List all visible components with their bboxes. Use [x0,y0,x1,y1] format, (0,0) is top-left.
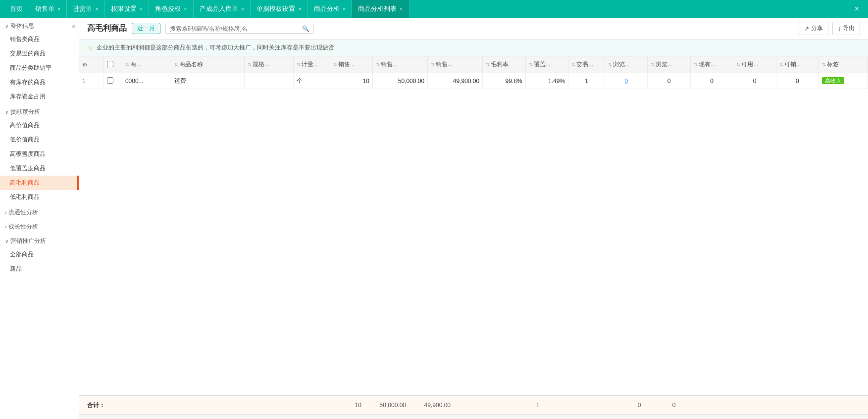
sidebar-item-all-goods[interactable]: 全部商品 [0,247,79,262]
col-label-unit: 计量... [302,60,318,69]
cell-name: 运费 [171,73,244,89]
close-window-button[interactable]: × [850,4,864,13]
footer-cell-6: 10 [330,402,364,409]
close-tab-template[interactable]: × [298,6,301,12]
footer-cell-1 [147,402,161,409]
nav-tab-permission[interactable]: 权限设置× [105,0,149,18]
group-label: 整体信息 [10,22,34,30]
nav-tab-template[interactable]: 单据模板设置× [251,0,307,18]
col-header-sellable[interactable]: ⇅可销... [776,56,818,73]
close-tab-permission[interactable]: × [140,6,143,12]
sidebar-item-new-goods[interactable]: 新品 [0,262,79,276]
sidebar-item-stock-fund[interactable]: 库存资金占用 [0,90,79,104]
nav-tab-analysis-list[interactable]: 商品分析列表× [352,0,409,18]
col-header-trade[interactable]: ⇅交易... [568,56,605,73]
footer-cell-14: 0 [622,402,657,409]
col-header-sales3[interactable]: ⇅销售... [428,56,483,73]
share-icon: ↗ [804,25,809,32]
select-all-checkbox[interactable] [107,61,113,67]
col-label-trade: 交易... [576,60,593,69]
col-header-unit[interactable]: ⇅计量... [293,56,330,73]
sidebar-group-liquidity[interactable]: ›流通性分析 [0,204,79,219]
search-icon[interactable]: 🔍 [302,25,309,32]
sidebar-item-high-gross[interactable]: 高毛利商品 [0,176,79,190]
col-sort-icon: ⇅ [376,62,380,67]
arrow-icon: ∨ [5,238,8,244]
sidebar-item-sales-goods[interactable]: 销售类商品 [0,32,79,47]
col-label-tag: 标签 [827,60,839,69]
col-header-browse2[interactable]: ⇅浏览... [648,56,690,73]
sidebar-item-category-rate[interactable]: 商品分类助销率 [0,61,79,75]
col-sort-icon: ⇅ [651,62,655,67]
col-header-sales1[interactable]: ⇅销售... [330,56,372,73]
footer-cell-8: 49,900.00 [409,402,454,409]
sidebar-group-contribution[interactable]: ∨贡献度分析 [0,104,79,118]
sidebar-group-marketing[interactable]: ∨营销推广分析 [0,233,79,247]
nav-tab-sales[interactable]: 销售单× [29,0,67,18]
col-header-cb[interactable] [103,56,122,73]
sidebar-group-overall[interactable]: ∨整体信息 [0,18,79,32]
col-header-avail[interactable]: ⇅可用... [733,56,776,73]
sidebar-item-low-gross[interactable]: 低毛利商品 [0,190,79,204]
search-input[interactable] [170,25,302,32]
footer-cell-4 [260,402,300,409]
filter-period-button[interactable]: 近一月 [132,23,160,34]
col-label-browse2: 浏览... [656,60,672,69]
col-header-spec[interactable]: ⇅规格... [244,56,293,73]
content-header: 高毛利商品 近一月 🔍 ↗ 分享 ↓ 导出 [79,18,868,40]
col-sort-icon: ⇅ [529,62,533,67]
col-label-spec: 规格... [253,60,269,69]
sidebar-item-low-value[interactable]: 低价值商品 [0,133,79,147]
sidebar-item-high-value[interactable]: 高价值商品 [0,118,79,133]
close-tab-product-in[interactable]: × [241,6,244,12]
cell-code: 0000... [122,73,171,89]
col-header-code[interactable]: ⇅商... [122,56,171,73]
cell-spec [244,73,293,89]
col-header-browse1[interactable]: ⇅浏览... [605,56,648,73]
footer-cell-16 [691,402,726,409]
browse-link[interactable]: 0 [624,78,628,85]
footer-cell-7: 50,000.00 [364,402,409,409]
col-header-name[interactable]: ⇅商品名称 [171,56,244,73]
bottom-scrollbar[interactable] [79,414,868,419]
table-container[interactable]: ⚙⇅商...⇅商品名称⇅规格...⇅计量...⇅销售...⇅销售...⇅销售..… [79,56,868,395]
col-sort-icon: ⇅ [608,62,612,67]
info-banner: ☆ 企业的主要的利润都是这部分商品创造的，可考虑加大推广，同时关注库存是不要出现… [79,40,868,56]
close-tab-analysis[interactable]: × [343,6,346,12]
sidebar-group-growth[interactable]: ›成长性分析 [0,219,79,233]
col-label-avail: 可用... [741,60,758,69]
col-header-current[interactable]: ⇅现有... [690,56,733,73]
group-label: 营销推广分析 [10,237,46,245]
col-label-grossRate: 毛利率 [491,60,509,69]
cell-sellable: 0 [776,73,818,89]
nav-tab-role[interactable]: 角色授权× [149,0,193,18]
settings-icon[interactable]: ⚙ [82,61,88,68]
nav-tab-purchase[interactable]: 进货单× [67,0,104,18]
nav-tab-product-in[interactable]: 产成品入库单× [194,0,251,18]
export-button[interactable]: ↓ 导出 [832,22,860,35]
close-tab-sales[interactable]: × [57,6,60,12]
sidebar-item-traded-goods[interactable]: 交易过的商品 [0,47,79,61]
close-tab-analysis-list[interactable]: × [400,6,403,12]
cell-browse1: 0 [605,73,648,89]
close-tab-purchase[interactable]: × [95,6,98,12]
page-title: 高毛利商品 [87,23,127,34]
col-label-name: 商品名称 [179,60,203,69]
main-layout: « ∨整体信息销售类商品交易过的商品商品分类助销率有库存的商品库存资金占用∨贡献… [0,18,868,419]
sidebar-collapse-button[interactable]: « [72,22,76,30]
nav-tab-analysis[interactable]: 商品分析× [308,0,352,18]
col-header-tag[interactable]: ⇅标签 [819,56,868,73]
col-header-grossRate[interactable]: ⇅毛利率 [483,56,525,73]
sidebar-item-in-stock[interactable]: 有库存的商品 [0,75,79,90]
col-header-coverage[interactable]: ⇅覆盖... [525,56,568,73]
close-tab-role[interactable]: × [184,6,187,12]
col-label-sales2: 销售... [381,60,398,69]
sidebar-item-low-coverage[interactable]: 低覆盖度商品 [0,161,79,176]
col-header-sales2[interactable]: ⇅销售... [373,56,428,73]
share-button[interactable]: ↗ 分享 [799,22,828,35]
nav-tab-home[interactable]: 首页 [4,0,29,18]
row-checkbox[interactable] [107,77,113,84]
col-header-no[interactable]: ⚙ [79,56,103,73]
sidebar-item-high-coverage[interactable]: 高覆盖度商品 [0,147,79,161]
cell-no: 1 [79,73,103,89]
